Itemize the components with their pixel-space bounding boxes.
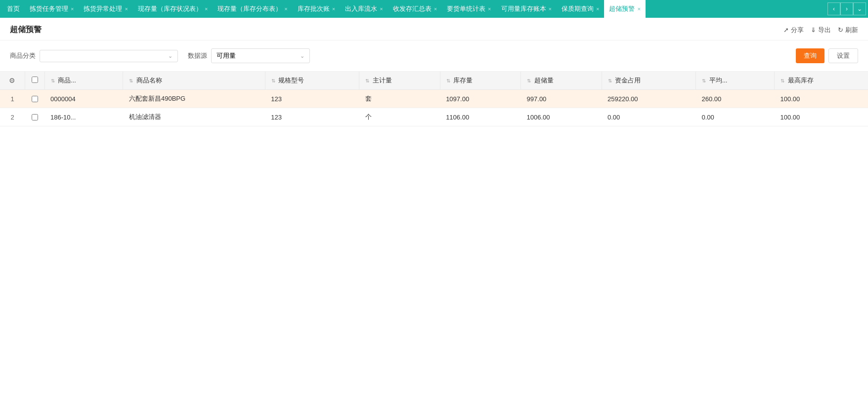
cell-checkbox [25, 90, 44, 108]
cell-spec: 123 [265, 90, 359, 108]
sort-icon: ⇅ [51, 78, 55, 83]
table-container: ⚙ ⇅ 商品... ⇅ 商品名称 ⇅ 规格型号 [0, 72, 868, 126]
th-avg[interactable]: ⇅ 平均... [696, 72, 775, 90]
query-button[interactable]: 查询 [796, 48, 825, 63]
datasource-value: 可用量 [217, 51, 236, 60]
close-icon[interactable]: × [125, 6, 128, 12]
close-icon[interactable]: × [637, 6, 640, 12]
filter-row: 商品分类 ⌄ 数据源 可用量 ⌄ 查询 设置 [0, 40, 868, 72]
page-header: 超储预警 ➚ 分享 ⇓ 导出 ↻ 刷新 [0, 18, 868, 40]
data-table: ⚙ ⇅ 商品... ⇅ 商品名称 ⇅ 规格型号 [0, 72, 868, 126]
nav-batch-account[interactable]: 库存批次账 × [293, 0, 340, 18]
sort-icon: ⇅ [129, 78, 133, 83]
cell-unit: 个 [359, 108, 440, 126]
close-icon[interactable]: × [284, 6, 287, 12]
category-filter-group: 商品分类 ⌄ [10, 50, 178, 62]
th-gear: ⚙ [0, 72, 25, 90]
cell-stock: 1097.00 [440, 90, 521, 108]
close-icon[interactable]: × [380, 6, 383, 12]
nav-order-stats[interactable]: 要货单统计表 × [442, 0, 496, 18]
page-title: 超储预警 [10, 25, 42, 35]
th-unit[interactable]: ⇅ 主计量 [359, 72, 440, 90]
export-button[interactable]: ⇓ 导出 [811, 26, 831, 35]
cell-avg: 260.00 [696, 90, 775, 108]
table-body: 1 0000004 六配套新昌490BPG 123 套 1097.00 997.… [0, 90, 868, 126]
cell-name: 机油滤清器 [123, 108, 265, 126]
share-button[interactable]: ➚ 分享 [783, 26, 804, 35]
cell-avg: 0.00 [696, 108, 775, 126]
header-actions: ➚ 分享 ⇓ 导出 ↻ 刷新 [783, 26, 858, 35]
settings-button[interactable]: 设置 [828, 48, 858, 63]
cell-index: 2 [0, 108, 25, 126]
row-checkbox[interactable] [32, 96, 38, 102]
close-icon[interactable]: × [596, 6, 599, 12]
row-checkbox[interactable] [32, 114, 38, 120]
category-select[interactable]: ⌄ [40, 50, 178, 62]
cell-code: 0000004 [44, 90, 123, 108]
cell-checkbox [25, 108, 44, 126]
cell-capital: 259220.00 [602, 90, 695, 108]
cell-maxstock: 100.00 [774, 90, 868, 108]
table-header-row: ⚙ ⇅ 商品... ⇅ 商品名称 ⇅ 规格型号 [0, 72, 868, 90]
close-icon[interactable]: × [332, 6, 335, 12]
th-stock[interactable]: ⇅ 库存量 [440, 72, 521, 90]
datasource-filter-group: 数据源 可用量 ⌄ [188, 48, 310, 63]
nav-available-account[interactable]: 可用量库存账本 × [496, 0, 557, 18]
sort-icon: ⇅ [365, 78, 369, 83]
nav-menu-arrow[interactable]: ⌄ [853, 2, 866, 15]
close-icon[interactable]: × [549, 6, 552, 12]
table-row: 2 186-10... 机油滤清器 123 个 1106.00 1006.00 … [0, 108, 868, 126]
close-icon[interactable]: × [434, 6, 437, 12]
sort-icon: ⇅ [271, 78, 275, 83]
share-icon: ➚ [783, 26, 789, 34]
nav-inout-flow[interactable]: 出入库流水 × [340, 0, 388, 18]
cell-name: 六配套新昌490BPG [123, 90, 265, 108]
cell-maxstock: 100.00 [774, 108, 868, 126]
cell-spec: 123 [265, 108, 359, 126]
nav-stock-status[interactable]: 现存量（库存状况表） × [133, 0, 213, 18]
category-label: 商品分类 [10, 51, 36, 60]
refresh-icon: ↻ [838, 26, 843, 34]
sort-icon: ⇅ [702, 78, 706, 83]
close-icon[interactable]: × [71, 6, 74, 12]
cell-capital: 0.00 [602, 108, 695, 126]
nav-stock-dist[interactable]: 现存量（库存分布表） × [213, 0, 292, 18]
datasource-select[interactable]: 可用量 ⌄ [211, 48, 310, 63]
cell-unit: 套 [359, 90, 440, 108]
chevron-down-icon: ⌄ [300, 53, 304, 59]
nav-next-arrow[interactable]: › [840, 2, 853, 15]
nav-overstock-warning[interactable]: 超储预警 × [604, 0, 645, 18]
close-icon[interactable]: × [205, 6, 208, 12]
sort-icon: ⇅ [781, 78, 784, 83]
nav-quality-query[interactable]: 保质期查询 × [557, 0, 604, 18]
cell-index: 1 [0, 90, 25, 108]
table-row: 1 0000004 六配套新昌490BPG 123 套 1097.00 997.… [0, 90, 868, 108]
th-overstock[interactable]: ⇅ 超储量 [521, 72, 602, 90]
th-spec[interactable]: ⇅ 规格型号 [265, 72, 359, 90]
cell-overstock: 997.00 [521, 90, 602, 108]
th-code[interactable]: ⇅ 商品... [44, 72, 123, 90]
nav-home[interactable]: 首页 [2, 0, 25, 18]
sort-icon: ⇅ [527, 78, 531, 83]
th-checkbox [25, 72, 44, 90]
cell-code: 186-10... [44, 108, 123, 126]
sort-icon: ⇅ [608, 78, 612, 83]
th-capital[interactable]: ⇅ 资金占用 [602, 72, 695, 90]
nav-collect-summary[interactable]: 收发存汇总表 × [388, 0, 442, 18]
refresh-button[interactable]: ↻ 刷新 [838, 26, 858, 35]
nav-task-mgmt[interactable]: 拣货任务管理 × [25, 0, 79, 18]
datasource-label: 数据源 [188, 51, 207, 60]
export-icon: ⇓ [811, 26, 816, 34]
nav-exception[interactable]: 拣货异常处理 × [79, 0, 132, 18]
page-content: 超储预警 ➚ 分享 ⇓ 导出 ↻ 刷新 商品分类 ⌄ 数据源 [0, 18, 868, 395]
select-all-checkbox[interactable] [32, 77, 38, 83]
cell-stock: 1106.00 [440, 108, 521, 126]
nav-prev-arrow[interactable]: ‹ [827, 2, 840, 15]
nav-arrows: ‹ › ⌄ [827, 2, 866, 15]
cell-overstock: 1006.00 [521, 108, 602, 126]
close-icon[interactable]: × [488, 6, 491, 12]
th-name[interactable]: ⇅ 商品名称 [123, 72, 265, 90]
gear-icon[interactable]: ⚙ [9, 77, 15, 84]
th-maxstock[interactable]: ⇅ 最高库存 [774, 72, 868, 90]
top-nav: 首页 拣货任务管理 × 拣货异常处理 × 现存量（库存状况表） × 现存量（库存… [0, 0, 868, 18]
